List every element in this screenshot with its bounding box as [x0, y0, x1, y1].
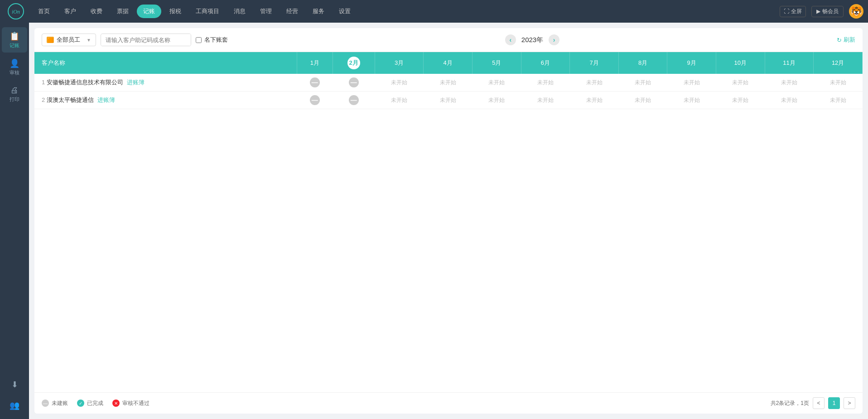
sidebar: 📋 记账 👤 审核 🖨 打印 ⬇ 👥: [0, 23, 29, 419]
active-month-badge: 2月: [347, 57, 360, 69]
company-cell: 1安徽畅捷通信息技术有限公司进账簿: [34, 74, 297, 92]
top-nav: iOn 首页 客户 收费 票据 记账 报税 工商项目 消息 管理 经营 服务 设…: [0, 0, 868, 23]
fullscreen-icon: ⛶: [784, 8, 789, 14]
avatar-image: 🐯: [851, 6, 862, 17]
sidebar-item-audit-label: 审核: [10, 69, 19, 76]
legend-not-built: — 未建账: [42, 400, 68, 407]
vip-label: 畅会员: [822, 8, 839, 15]
audit-icon: 👤: [10, 58, 19, 68]
status-not-started: 未开始: [684, 79, 700, 86]
status-not-started: 未开始: [830, 97, 846, 103]
th-month-6: 6月: [521, 52, 570, 74]
sidebar-item-print[interactable]: 🖨 打印: [2, 82, 27, 107]
status-not-started: 未开始: [391, 79, 407, 86]
search-input[interactable]: [101, 34, 186, 46]
nav-operation[interactable]: 经营: [280, 5, 304, 18]
sidebar-support-button[interactable]: 👥: [5, 396, 24, 414]
enter-ledger-link[interactable]: 进账簿: [127, 79, 145, 86]
prev-year-button[interactable]: ‹: [505, 34, 516, 45]
table-body: 1安徽畅捷通信息技术有限公司进账簿——未开始未开始未开始未开始未开始未开始未开始…: [34, 74, 863, 109]
refresh-button[interactable]: ↻ 刷新: [837, 36, 855, 44]
data-table: 客户名称 1月 2月 3月 4月 5月 6月 7月 8月 9月 10月: [34, 52, 863, 109]
year-nav: ‹ 2023年 ›: [505, 34, 559, 45]
th-month-1: 1月: [297, 52, 333, 74]
status-not-started: 未开始: [684, 97, 700, 103]
nav-home[interactable]: 首页: [32, 5, 56, 18]
legend-rejected: ✕ 审核不通过: [112, 400, 149, 407]
company-name: 漠澳太平畅捷通信: [47, 96, 94, 103]
enter-ledger-link[interactable]: 进账簿: [97, 96, 115, 103]
mine-checkbox[interactable]: [196, 37, 202, 43]
month-cell-3: 未开始: [375, 92, 424, 109]
status-not-started: 未开始: [391, 97, 407, 103]
mine-checkbox-label[interactable]: 名下账套: [196, 36, 228, 44]
prev-page-button[interactable]: <: [813, 397, 825, 409]
nav-settings[interactable]: 设置: [333, 5, 357, 18]
search-button[interactable]: 🔍: [186, 34, 191, 46]
vip-button[interactable]: ▶ 畅会员: [811, 6, 844, 17]
legend-completed-label: 已完成: [87, 400, 103, 407]
th-month-9: 9月: [667, 52, 716, 74]
table-container[interactable]: 客户名称 1月 2月 3月 4月 5月 6月 7月 8月 9月 10月: [34, 52, 863, 392]
table-row: 2漠澳太平畅捷通信进账簿——未开始未开始未开始未开始未开始未开始未开始未开始未开…: [34, 92, 863, 109]
month-cell-6: 未开始: [521, 92, 570, 109]
table-header: 客户名称 1月 2月 3月 4月 5月 6月 7月 8月 9月 10月: [34, 52, 863, 74]
next-page-button[interactable]: >: [844, 397, 855, 409]
page-1-button[interactable]: 1: [828, 397, 840, 409]
sidebar-item-audit[interactable]: 👤 审核: [2, 54, 27, 80]
status-not-started: 未开始: [586, 97, 603, 103]
nav-message[interactable]: 消息: [227, 5, 252, 18]
search-box: 🔍: [101, 34, 191, 46]
status-dash-icon: —: [349, 77, 359, 87]
nav-items: 首页 客户 收费 票据 记账 报税 工商项目 消息 管理 经营 服务 设置: [32, 5, 780, 18]
status-not-started: 未开始: [732, 97, 748, 103]
nav-invoice[interactable]: 票据: [111, 5, 135, 18]
nav-right: ⛶ 全屏 ▶ 畅会员 🐯: [780, 4, 863, 19]
month-cell-8: 未开始: [618, 74, 667, 92]
month-cell-11: 未开始: [765, 92, 814, 109]
nav-tax[interactable]: 报税: [163, 5, 188, 18]
month-cell-2: —: [333, 74, 375, 92]
employee-select[interactable]: 🟧 全部员工 ▼: [42, 34, 96, 46]
status-not-started: 未开始: [537, 79, 554, 86]
company-name: 安徽畅捷通信息技术有限公司: [47, 79, 123, 86]
sidebar-item-bookkeeping-label: 记账: [10, 42, 19, 49]
nav-business[interactable]: 工商项目: [189, 5, 226, 18]
month-cell-12: 未开始: [814, 92, 863, 109]
month-cell-1: —: [297, 74, 333, 92]
main-content: 🟧 全部员工 ▼ 🔍 名下账套 ‹: [29, 23, 868, 419]
employee-icon: 🟧: [47, 37, 54, 43]
white-card: 🟧 全部员工 ▼ 🔍 名下账套 ‹: [34, 28, 863, 414]
sidebar-download-button[interactable]: ⬇: [5, 376, 24, 394]
status-not-started: 未开始: [488, 97, 505, 103]
th-month-2: 2月: [333, 52, 375, 74]
svg-text:iOn: iOn: [12, 9, 20, 15]
th-month-4: 4月: [424, 52, 473, 74]
legend-gray-icon: —: [42, 400, 49, 407]
th-month-10: 10月: [716, 52, 765, 74]
avatar[interactable]: 🐯: [849, 4, 863, 19]
legend-rejected-label: 审核不通过: [122, 400, 149, 407]
nav-service[interactable]: 服务: [306, 5, 331, 18]
employee-select-label: 全部员工: [57, 36, 80, 44]
table-footer: — 未建账 ✓ 已完成 ✕ 审核不通过 共2条记录，1页 < 1: [34, 392, 863, 414]
total-text: 共2条记录，1页: [771, 400, 809, 407]
toolbar: 🟧 全部员工 ▼ 🔍 名下账套 ‹: [34, 28, 863, 52]
month-cell-7: 未开始: [570, 92, 619, 109]
month-cell-4: 未开始: [424, 92, 473, 109]
table-row: 1安徽畅捷通信息技术有限公司进账簿——未开始未开始未开始未开始未开始未开始未开始…: [34, 74, 863, 92]
month-cell-6: 未开始: [521, 74, 570, 92]
legend-completed: ✓ 已完成: [77, 400, 103, 407]
legend-not-built-label: 未建账: [52, 400, 68, 407]
next-year-button[interactable]: ›: [549, 34, 559, 45]
nav-customer[interactable]: 客户: [58, 5, 82, 18]
sidebar-item-bookkeeping[interactable]: 📋 记账: [2, 27, 27, 53]
nav-manage[interactable]: 管理: [254, 5, 278, 18]
nav-fee[interactable]: 收费: [84, 5, 109, 18]
app-logo: iOn: [5, 3, 27, 19]
month-cell-5: 未开始: [472, 74, 521, 92]
refresh-icon: ↻: [837, 37, 842, 43]
fullscreen-button[interactable]: ⛶ 全屏: [780, 6, 806, 17]
nav-bookkeeping[interactable]: 记账: [137, 5, 161, 18]
chevron-down-icon: ▼: [87, 38, 91, 43]
